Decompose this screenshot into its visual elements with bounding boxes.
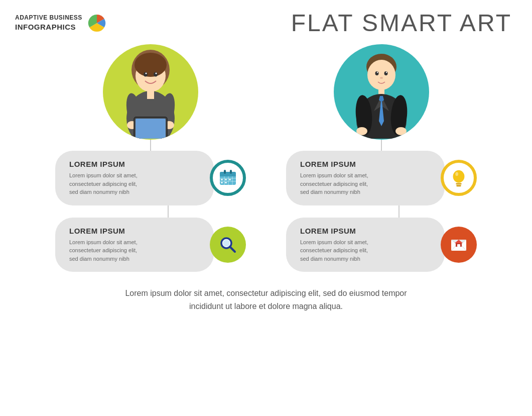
footer-line1: Lorem ipsum dolor sit amet, consectetur … — [125, 289, 407, 297]
left-card-2-title: LOREM IPSUM — [69, 227, 200, 235]
calendar-icon-bubble — [210, 160, 246, 196]
right-between-connector — [398, 205, 400, 218]
page-title: FLAT SMART ART — [291, 9, 512, 37]
logo-line2: INFOGRAPHICS — [15, 22, 82, 32]
svg-rect-28 — [229, 179, 231, 180]
left-card-1-title: LOREM IPSUM — [69, 160, 200, 168]
mail-icon — [449, 235, 469, 255]
man-avatar-svg — [339, 46, 424, 139]
left-card-1-text: Lorem ipsum dolor sit amet, consectetuer… — [69, 171, 200, 196]
svg-line-33 — [230, 247, 235, 252]
svg-point-32 — [223, 240, 230, 247]
svg-rect-25 — [230, 170, 232, 174]
svg-rect-26 — [221, 179, 223, 180]
svg-point-50 — [455, 172, 458, 176]
left-avatar-circle — [103, 44, 198, 140]
main-content: LOREM IPSUM Lorem ipsum dolor sit amet, … — [0, 42, 532, 313]
left-column: LOREM IPSUM Lorem ipsum dolor sit amet, … — [55, 44, 246, 272]
right-card-2-row: LOREM IPSUM Lorem ipsum dolor sit amet, … — [286, 218, 477, 272]
svg-rect-48 — [456, 183, 461, 185]
svg-rect-27 — [225, 179, 227, 180]
left-avatar-wrap — [103, 44, 198, 140]
right-card-1-row: LOREM IPSUM Lorem ipsum dolor sit amet, … — [286, 151, 477, 205]
svg-rect-49 — [456, 185, 461, 187]
svg-rect-54 — [457, 244, 460, 247]
svg-point-7 — [156, 72, 157, 74]
svg-rect-15 — [136, 119, 166, 139]
pie-chart-icon — [87, 14, 106, 33]
columns-wrapper: LOREM IPSUM Lorem ipsum dolor sit amet, … — [20, 42, 512, 272]
svg-point-46 — [395, 127, 407, 135]
right-card-2-title: LOREM IPSUM — [300, 227, 431, 235]
right-card-1-title: LOREM IPSUM — [300, 160, 431, 168]
woman-avatar-svg — [108, 46, 193, 139]
right-avatar-circle — [334, 44, 429, 140]
logo-line1: ADAPTIVE BUSINESS — [15, 14, 82, 22]
left-card-1: LOREM IPSUM Lorem ipsum dolor sit amet, … — [55, 151, 214, 205]
right-column: LOREM IPSUM Lorem ipsum dolor sit amet, … — [286, 44, 477, 272]
right-card-1-text: Lorem ipsum dolor sit amet, consectetuer… — [300, 171, 431, 196]
footer-text: Lorem ipsum dolor sit amet, consectetur … — [20, 272, 512, 313]
left-card-2: LOREM IPSUM Lorem ipsum dolor sit amet, … — [55, 218, 214, 272]
svg-point-35 — [367, 60, 395, 90]
search-icon-bubble — [210, 227, 246, 263]
svg-rect-24 — [224, 170, 226, 174]
right-card-2-text: Lorem ipsum dolor sit amet, consectetuer… — [300, 238, 431, 263]
svg-rect-18 — [220, 174, 236, 176]
left-card-2-text: Lorem ipsum dolor sit amet, consectetuer… — [69, 238, 200, 263]
left-between-connector — [168, 205, 169, 218]
svg-point-5 — [154, 72, 158, 76]
svg-rect-30 — [225, 182, 227, 183]
logo-text: ADAPTIVE BUSINESS INFOGRAPHICS — [15, 14, 82, 32]
svg-point-3 — [135, 53, 167, 77]
svg-point-45 — [356, 127, 367, 135]
left-card-2-row: LOREM IPSUM Lorem ipsum dolor sit amet, … — [55, 218, 246, 272]
mail-icon-bubble — [441, 227, 477, 263]
right-card-2: LOREM IPSUM Lorem ipsum dolor sit amet, … — [286, 218, 445, 272]
svg-point-39 — [386, 71, 387, 72]
svg-point-6 — [146, 72, 147, 74]
logo-area: ADAPTIVE BUSINESS INFOGRAPHICS — [15, 14, 106, 33]
right-card-1: LOREM IPSUM Lorem ipsum dolor sit amet, … — [286, 151, 445, 205]
lightbulb-icon-bubble — [441, 160, 477, 196]
svg-point-40 — [380, 77, 383, 79]
lightbulb-icon — [449, 168, 468, 188]
svg-rect-9 — [147, 90, 154, 99]
svg-rect-29 — [221, 182, 223, 183]
svg-point-37 — [384, 71, 388, 75]
left-top-connector — [150, 140, 151, 151]
calendar-icon — [218, 168, 237, 187]
left-card-1-row: LOREM IPSUM Lorem ipsum dolor sit amet, … — [55, 151, 246, 205]
svg-point-36 — [375, 71, 379, 75]
right-avatar-wrap — [334, 44, 429, 140]
header: ADAPTIVE BUSINESS INFOGRAPHICS FLAT SMAR… — [0, 0, 532, 42]
right-top-connector — [381, 140, 382, 151]
footer-line2: incididunt ut labore et dolore magna ali… — [189, 302, 343, 310]
search-icon — [218, 235, 238, 255]
svg-point-38 — [377, 71, 378, 72]
svg-point-4 — [144, 72, 148, 76]
